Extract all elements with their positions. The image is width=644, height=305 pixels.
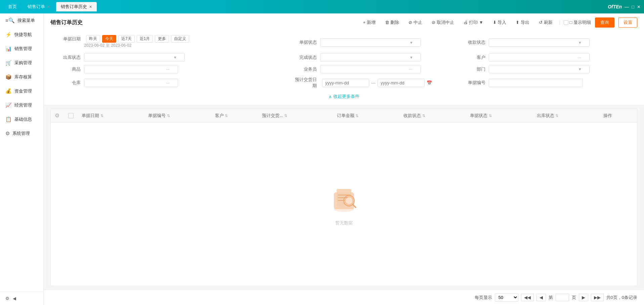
filter-salesperson-ellipsis[interactable]: ··· (409, 67, 413, 72)
tab-home[interactable]: 首页 (3, 2, 22, 11)
stop-button[interactable]: ⊘ 中止 (406, 18, 425, 27)
date-btn-1month[interactable]: 近1月 (137, 35, 153, 43)
filter-select-department[interactable]: ▾ (489, 65, 590, 73)
sidebar-item-inventory-calc[interactable]: 📦 库存核算 (0, 70, 43, 84)
pagination-page-label: 页 (572, 295, 576, 301)
settings-button[interactable]: 设置 (618, 17, 637, 28)
export-button[interactable]: ⬆ 导出 (513, 18, 532, 27)
filter-label-bill-status: 单据状态 (293, 39, 320, 45)
sidebar-item-basic-info[interactable]: 📋 基础信息 (0, 112, 43, 126)
print-button[interactable]: 🖨 打印 ▼ (461, 18, 486, 27)
sidebar-item-sales-mgmt-label: 销售管理 (14, 46, 32, 52)
filter-product-ellipsis[interactable]: ··· (166, 67, 170, 72)
sidebar-item-operations-mgmt[interactable]: 📈 经营管理 (0, 98, 43, 112)
window-close[interactable]: ✕ (637, 4, 641, 9)
sales-mgmt-icon: 📊 (5, 46, 12, 52)
header-checkbox[interactable] (68, 113, 74, 118)
pagination-prev[interactable]: ◀ (536, 294, 546, 301)
tab-sales-order-history-close[interactable]: ✕ (89, 5, 92, 9)
filter-input-bill-no[interactable] (489, 79, 583, 87)
filter-select-product[interactable]: ··· (84, 65, 178, 73)
window-maximize[interactable]: □ (632, 4, 634, 9)
column-settings-icon[interactable]: ⚙ (55, 113, 59, 118)
filter-select-warehouse[interactable]: ··· (84, 79, 178, 87)
filter-customer-ellipsis[interactable]: ··· (577, 55, 581, 60)
delete-button[interactable]: 🗑 删除 (382, 18, 402, 27)
th-bill-no[interactable]: 单据编号 ⇅ (144, 109, 211, 122)
filter-delivery-date-start[interactable] (322, 79, 369, 87)
sidebar-settings-icon[interactable]: ⚙ (5, 296, 9, 301)
date-btn-today[interactable]: 今天 (102, 35, 116, 43)
cancel-stop-button[interactable]: ⊘ 取消中止 (429, 18, 457, 27)
calendar-icon-start[interactable]: 📅 (427, 80, 432, 85)
filter-row-4: 仓库 ··· 预计交货日期 — 📅 单据编号 (57, 77, 631, 89)
filter-select-salesperson[interactable]: ··· (320, 65, 421, 73)
th-checkbox (64, 109, 78, 122)
basic-info-icon: 📋 (5, 116, 12, 122)
filter-select-outbound-status[interactable]: ▾ (84, 53, 185, 62)
date-btn-custom[interactable]: 自定义 (171, 35, 189, 43)
pagination-first[interactable]: ◀◀ (521, 294, 534, 301)
sort-icon-customer: ⇅ (225, 114, 228, 118)
th-outbound-status[interactable]: 出库状态 ⇅ (533, 109, 599, 122)
sidebar-item-sales-mgmt[interactable]: 📊 销售管理 (0, 42, 43, 56)
inventory-calc-icon: 📦 (5, 74, 12, 80)
th-expected-delivery[interactable]: 预计交货... ⇅ (258, 109, 333, 122)
filter-complete-status-arrow: ▾ (410, 55, 413, 60)
pagination: 每页显示 50 20 100 ◀◀ ◀ 第 1 页 ▶ ▶▶ 共0页，0条记录 (44, 290, 644, 305)
filter-select-customer[interactable]: ··· (489, 53, 590, 62)
page-size-select[interactable]: 50 20 100 (495, 293, 518, 302)
th-bill-status[interactable]: 单据状态 ⇅ (466, 109, 532, 122)
pagination-last[interactable]: ▶▶ (591, 294, 604, 301)
import-button[interactable]: ⬇ 导入 (490, 18, 509, 27)
filter-select-bill-status[interactable]: ▾ (320, 38, 421, 47)
filter-select-complete-status[interactable]: ▾ (320, 53, 421, 62)
filter-row-3: 商品 ··· 业务员 ··· 部门 (57, 65, 631, 73)
display-detail-label: □ 显示明细 (570, 20, 591, 26)
window-minimize[interactable]: — (625, 4, 629, 9)
tab-sales-order-history[interactable]: 销售订单历史 ✕ (56, 2, 97, 11)
pagination-next[interactable]: ▶ (579, 294, 588, 301)
display-detail-checkbox[interactable] (564, 20, 568, 25)
filter-select-payment-status[interactable]: ▾ (489, 38, 590, 47)
th-action-label: 操作 (603, 113, 612, 118)
capital-mgmt-icon: 💰 (5, 88, 12, 94)
tab-sales-order[interactable]: 销售订单 ✕ (23, 2, 55, 11)
date-btn-yesterday[interactable]: 昨天 (86, 35, 100, 43)
sidebar-item-capital-mgmt[interactable]: 💰 资金管理 (0, 84, 43, 98)
sidebar-item-system-mgmt[interactable]: ⚙ 系统管理 (0, 126, 43, 141)
date-btn-more[interactable]: 更多 (155, 35, 169, 43)
filter-label-complete-status: 完成状态 (293, 54, 320, 61)
pagination-page-input[interactable]: 1 (556, 294, 569, 301)
sidebar-item-quick-nav[interactable]: ⚡ 快捷导航 (0, 28, 43, 42)
th-order-amount-label: 订单金额 (337, 113, 354, 118)
filter-warehouse-ellipsis[interactable]: ··· (166, 80, 170, 85)
th-bill-date[interactable]: 单据日期 ⇅ (78, 109, 144, 122)
sidebar-item-purchase-mgmt[interactable]: 🛒 采购管理 (0, 56, 43, 70)
th-bill-no-label: 单据编号 (148, 113, 166, 118)
main-layout: ≡🔍 搜索菜单 ⚡ 快捷导航 📊 销售管理 🛒 采购管理 📦 库存核算 💰 资金… (0, 13, 644, 305)
th-payment-status[interactable]: 收款状态 ⇅ (399, 109, 466, 122)
sidebar-item-inventory-calc-label: 库存核算 (14, 74, 32, 80)
collapse-row[interactable]: ∧ 收起更多条件 (57, 92, 631, 102)
filter-col-date: 单据日期 昨天 今天 近7天 近1月 更多 自定义 2023-06-02 至 2… (57, 35, 293, 50)
purchase-mgmt-icon: 🛒 (5, 60, 12, 66)
display-detail-toggle[interactable]: □ 显示明细 (564, 20, 591, 26)
sidebar-item-search-menu[interactable]: ≡🔍 搜索菜单 (0, 13, 43, 28)
empty-svg (327, 182, 361, 216)
query-button[interactable]: 查询 (595, 17, 614, 28)
filter-department-arrow: ▾ (579, 67, 581, 72)
sidebar-bottom: ⚙ ◀ (0, 292, 43, 305)
th-customer[interactable]: 客户 ⇅ (211, 109, 258, 122)
sidebar-collapse-icon[interactable]: ◀ (13, 296, 16, 301)
th-order-amount[interactable]: 订单金额 ⇅ (333, 109, 399, 122)
filter-row-2: 出库状态 ▾ 完成状态 ▾ 客户 (57, 53, 631, 62)
date-btn-7days[interactable]: 近7天 (118, 35, 135, 43)
add-button[interactable]: + 新增 (360, 18, 378, 27)
filter-delivery-date-end[interactable] (378, 79, 425, 87)
filter-label-payment-status: 收款状态 (462, 39, 489, 45)
empty-text: 暂无数据 (335, 220, 353, 226)
refresh-button[interactable]: ↺ 刷新 (536, 18, 555, 27)
filter-col-customer: 客户 ··· (462, 53, 631, 62)
tab-sales-order-close[interactable]: ✕ (47, 5, 50, 9)
